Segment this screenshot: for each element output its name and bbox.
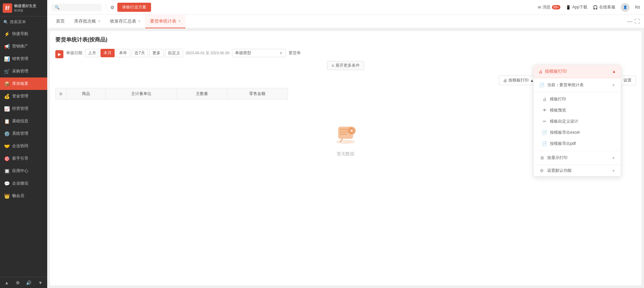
tab-batch-account-close[interactable]: × <box>98 19 100 24</box>
display-print-icon: 🖥 <box>539 155 545 160</box>
purchase-icon: 🛒 <box>4 69 9 74</box>
logo-icon: 好 <box>3 3 12 13</box>
table-settings-icon[interactable]: ⚙ <box>59 92 63 96</box>
sidebar-item-inventory[interactable]: 📦 库存核算 <box>0 77 47 90</box>
set-default-label: 设置默认功能 <box>547 168 572 173</box>
settings-gear-icon[interactable]: ⚙ <box>16 280 20 285</box>
dropdown-default-section: ⚙ 设置默认功能 ▼ <box>534 165 621 176</box>
member-icon: 👑 <box>4 193 9 199</box>
sidebar-item-business[interactable]: 📈 经营管理 <box>0 102 47 115</box>
current-template-icon: 📄 <box>539 83 545 88</box>
quick-nav-icon: ⚡ <box>4 31 9 37</box>
date-prev-month[interactable]: 上月 <box>85 49 99 57</box>
table-header-settings[interactable]: ⚙ <box>56 88 66 100</box>
tab-requisition-stats-label: 要货单统计表 <box>150 18 176 24</box>
trial-button[interactable]: 体验行业方案 <box>117 3 151 12</box>
type-filter-label: 单据类型 <box>235 50 251 56</box>
sidebar-item-apps[interactable]: 🔲 应用中心 <box>0 165 47 177</box>
sidebar-item-collab[interactable]: 🤝 企业协同 <box>0 140 47 152</box>
expand-more-button[interactable]: ≡ 展开更多条件 <box>327 61 364 70</box>
sidebar-item-label: 经营管理 <box>12 106 28 111</box>
sidebar: 好 畅捷通好生意 标准版 🔍 搜索菜单 ⚡ 快捷导航 📢 营销推广 📊 销售管理… <box>0 0 47 288</box>
display-print-arrow: ▼ <box>612 156 615 160</box>
scroll-up-icon[interactable]: ▲ <box>4 280 9 285</box>
dropdown-current-template[interactable]: 📄 当前：要货单统计表 ▼ <box>534 79 621 91</box>
topbar-search[interactable]: 🔍 <box>51 4 102 11</box>
sidebar-item-quick-nav[interactable]: ⚡ 快捷导航 <box>0 28 47 40</box>
tab-maximize-icon[interactable]: ⛶ <box>635 19 640 25</box>
date-custom[interactable]: 自定义 <box>165 49 183 57</box>
sidebar-item-marketing[interactable]: 📢 营销推广 <box>0 40 47 53</box>
settings-button[interactable]: 设置 <box>619 75 636 85</box>
type-filter-chevron: ▼ <box>279 51 283 56</box>
sidebar-item-member[interactable]: 👑 畅会员 <box>0 190 47 202</box>
template-design-label: 模板自定义设计 <box>550 119 578 124</box>
filter-expand-btn[interactable]: ▶ <box>55 50 63 58</box>
page-title: 要货单统计表(按商品) <box>55 36 636 43</box>
dropdown-template-export-excel[interactable]: 📄 按模板导出excel <box>534 127 621 138</box>
dropdown-template-export-pdf[interactable]: 📄 按模板导出pdf <box>534 138 621 149</box>
tab-minimize-icon[interactable]: — <box>627 19 633 25</box>
dropdown-display-print[interactable]: 🖥 按显示打印 ▼ <box>534 152 621 163</box>
apps-icon: 🔲 <box>4 168 9 174</box>
expand-more-label: 展开更多条件 <box>335 63 360 68</box>
user-avatar[interactable]: 👤 <box>621 3 630 12</box>
sidebar-item-purchase[interactable]: 🛒 采购管理 <box>0 65 47 77</box>
tab-collection-summary[interactable]: 收发存汇总表 × <box>105 15 145 28</box>
tab-collection-summary-close[interactable]: × <box>138 19 141 24</box>
dropdown-actions-section: 🖨 模板打印 👁 模板预览 ✏ 模板自定义设计 📄 按模板导出excel 📄 <box>534 92 621 151</box>
print-template-button[interactable]: 🖨 按模板打印 ▲ <box>499 75 538 85</box>
date-current-month[interactable]: 本月 <box>100 49 115 57</box>
dropdown-close-arrow[interactable]: ▲ <box>612 69 616 74</box>
dropdown-template-preview[interactable]: 👁 模板预览 <box>534 105 621 116</box>
message-icon: ✉ <box>538 5 541 10</box>
tab-batch-account-label: 库存批次账 <box>74 18 96 24</box>
dropdown-print-icon: 🖨 <box>538 69 543 74</box>
current-template-label: 当前：要货单统计表 <box>547 82 584 88</box>
filter-dates: 上月 本月 本年 近7天 更多 自定义 2023-06-01 至 2023-06… <box>85 49 229 57</box>
display-print-label: 按显示打印 <box>547 155 567 161</box>
print-icon: 🖨 <box>503 78 507 83</box>
tab-home[interactable]: 首页 <box>51 15 69 28</box>
dropdown-template-design[interactable]: ✏ 模板自定义设计 <box>534 116 621 127</box>
date-last7[interactable]: 近7天 <box>131 49 148 57</box>
table-header-retail-amount: 零售金额 <box>227 88 288 100</box>
app-download-button[interactable]: 📱 App下载 <box>566 4 587 10</box>
dropdown-header: 🖨 按模板打印 ▲ <box>534 65 621 78</box>
topbar-settings-icon[interactable]: ⚙ <box>110 5 115 10</box>
type-filter-select[interactable]: 单据类型 ▼ <box>232 49 286 57</box>
sidebar-item-label: 采购管理 <box>12 68 28 74</box>
tab-requisition-stats[interactable]: 要货单统计表 × <box>145 15 185 28</box>
sidebar-item-label: 库存核算 <box>12 81 28 87</box>
sidebar-item-basic[interactable]: 📋 基础信息 <box>0 115 47 127</box>
sidebar-item-guide[interactable]: 🎯 新手引导 <box>0 152 47 165</box>
audio-icon[interactable]: 🔊 <box>26 280 31 285</box>
sidebar-item-finance[interactable]: 💰 资金管理 <box>0 90 47 102</box>
app-version: 标准版 <box>14 8 36 13</box>
current-template-arrow: ▼ <box>612 83 615 87</box>
topbar-divider <box>106 4 106 11</box>
export-excel-icon: 📄 <box>542 130 547 135</box>
tab-requisition-stats-close[interactable]: × <box>178 19 181 24</box>
date-more[interactable]: 更多 <box>149 49 164 57</box>
sidebar-bottom: ▲ ⚙ 🔊 ▼ <box>0 277 47 288</box>
sidebar-item-label: 快捷导航 <box>12 31 28 37</box>
tab-batch-account[interactable]: 库存批次账 × <box>69 15 105 28</box>
online-support-button[interactable]: 🎧 在线客服 <box>593 4 615 10</box>
tab-home-label: 首页 <box>56 18 65 24</box>
goods-filter-label: 要货单 <box>289 50 301 56</box>
sidebar-item-system[interactable]: ⚙️ 系统管理 <box>0 127 47 140</box>
app-name: 畅捷通好生意 <box>14 3 36 8</box>
table-header-unit: 主计量单位 <box>106 88 177 100</box>
message-button[interactable]: ✉ 消息 99+ <box>538 4 560 10</box>
dropdown-set-default[interactable]: ⚙ 设置默认功能 ▼ <box>534 165 621 176</box>
scroll-down-icon[interactable]: ▼ <box>38 280 43 285</box>
tabbar-controls: — ⛶ <box>627 19 640 25</box>
sidebar-search[interactable]: 🔍 搜索菜单 <box>0 17 47 28</box>
date-current-year[interactable]: 本年 <box>116 49 130 57</box>
sidebar-item-wechat[interactable]: 💬 企业微信 <box>0 177 47 190</box>
dropdown-template-print[interactable]: 🖨 模板打印 <box>534 94 621 105</box>
export-pdf-label: 按模板导出pdf <box>550 141 576 147</box>
set-default-arrow: ▼ <box>612 169 615 173</box>
sidebar-item-sales[interactable]: 📊 销售管理 <box>0 53 47 65</box>
